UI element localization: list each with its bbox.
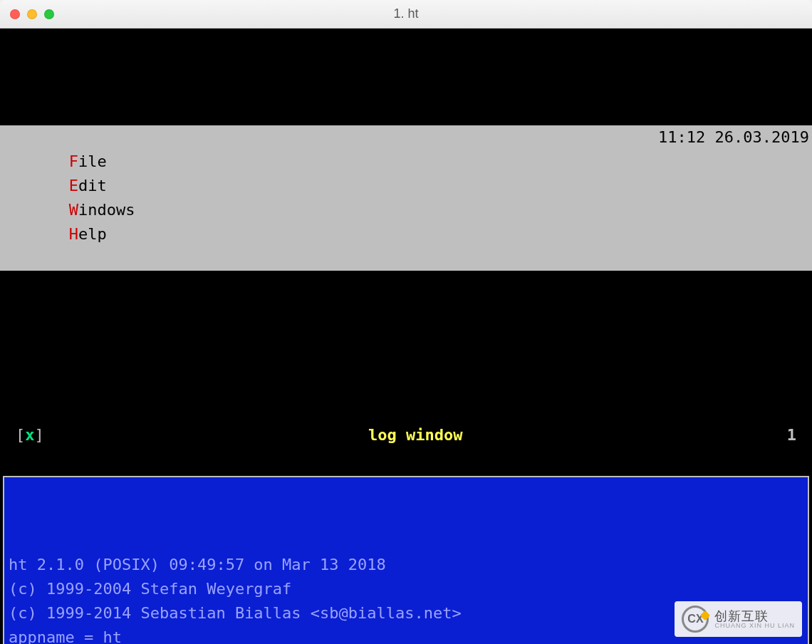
watermark-text-cn: 创新互联 <box>714 610 795 623</box>
zoom-window-icon[interactable] <box>44 9 54 19</box>
menu-file[interactable]: File <box>59 152 116 170</box>
traffic-lights <box>10 9 54 19</box>
log-line-copy2: (c) 1999-2014 Sebastian Biallas <sb@bial… <box>9 604 462 622</box>
log-line-version: ht 2.1.0 (POSIX) 09:49:57 on Mar 13 2018 <box>9 556 386 573</box>
log-window-titlebar: [x] log window 1 <box>4 423 808 447</box>
menu-edit[interactable]: Edit <box>59 177 116 194</box>
window-title: 1. ht <box>0 6 812 21</box>
menubar-clock: 11:12 26.03.2019 <box>658 125 809 271</box>
minimize-window-icon[interactable] <box>27 9 37 19</box>
menu-windows[interactable]: Windows <box>59 201 144 219</box>
watermark-text-en: CHUANG XIN HU LIAN <box>714 623 795 629</box>
menu-help-hotkey: H <box>69 225 78 243</box>
watermark-circle-icon: CX <box>682 606 709 633</box>
window-titlebar: 1. ht <box>0 0 812 28</box>
log-window-title: log window <box>353 426 478 444</box>
menu-help[interactable]: Help <box>59 225 116 243</box>
close-x-icon: x <box>25 426 34 444</box>
log-window-number: 1 <box>786 423 798 447</box>
menubar: File Edit Windows Help 11:12 26.03.2019 <box>0 125 812 271</box>
close-window-icon[interactable] <box>10 9 20 19</box>
log-line-copy1: (c) 1999-2004 Stefan Weyergraf <box>9 580 291 598</box>
terminal-viewport: File Edit Windows Help 11:12 26.03.2019 … <box>0 28 812 644</box>
menu-edit-hotkey: E <box>69 177 78 194</box>
watermark-logo: CX 创新互联 CHUANG XIN HU LIAN <box>675 601 802 637</box>
menu-windows-hotkey: W <box>69 201 78 219</box>
log-line-appname: appname = ht <box>9 628 122 644</box>
log-window-close[interactable]: [x] <box>14 423 46 447</box>
menu-file-hotkey: F <box>69 152 78 170</box>
